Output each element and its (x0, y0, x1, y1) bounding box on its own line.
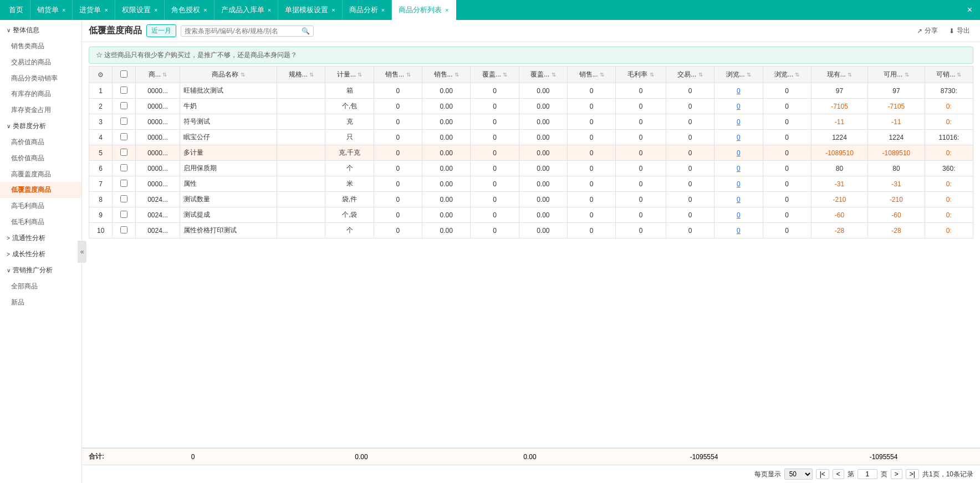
sidebar-item-low-margin[interactable]: 低毛利商品 (0, 214, 81, 230)
settings-icon[interactable]: ⚙ (98, 71, 104, 79)
sidebar-item-sales-goods[interactable]: 销售类商品 (0, 38, 81, 54)
first-page-button[interactable]: |< (816, 469, 829, 479)
column-name[interactable]: 商品名称 ⇅ (180, 67, 277, 83)
column-current-stock[interactable]: 现有... ⇅ (811, 67, 867, 83)
row-select-checkbox[interactable] (120, 211, 127, 218)
row-select-checkbox[interactable] (120, 195, 127, 202)
column-code[interactable]: 商... ⇅ (136, 67, 180, 83)
sidebar-section-marketing[interactable]: ∨ 营销推广分析 (0, 262, 81, 278)
sidebar-item-high-coverage[interactable]: 高覆盖度商品 (0, 166, 81, 182)
row-browse1[interactable]: 0 (714, 99, 763, 114)
row-checkbox[interactable] (113, 145, 136, 161)
row-select-checkbox[interactable] (120, 180, 127, 187)
prev-page-button[interactable]: < (833, 469, 844, 479)
row-select-checkbox[interactable] (120, 87, 127, 94)
row-checkbox[interactable] (113, 207, 136, 223)
row-select-checkbox[interactable] (120, 164, 127, 171)
row-browse1[interactable]: 0 (714, 207, 763, 223)
row-checkbox[interactable] (113, 83, 136, 99)
row-browse1[interactable]: 0 (714, 83, 763, 99)
nav-tab-analysis-list[interactable]: 商品分析列表 × (392, 0, 456, 20)
select-all-checkbox[interactable] (120, 70, 127, 78)
row-browse1[interactable]: 0 (714, 145, 763, 161)
sidebar-section-group-analysis[interactable]: ∨ 类群度分析 (0, 118, 81, 134)
row-sales3: 0 (568, 83, 616, 99)
share-button[interactable]: ↗ 分享 (913, 25, 941, 37)
column-sales3[interactable]: 销售... ⇅ (568, 67, 616, 83)
row-browse1[interactable]: 0 (714, 176, 763, 192)
row-checkbox[interactable] (113, 192, 136, 207)
column-gross-margin[interactable]: 毛利率 ⇅ (616, 67, 666, 83)
close-icon[interactable]: × (331, 7, 335, 13)
sidebar-item-high-value[interactable]: 高价值商品 (0, 134, 81, 150)
column-unit[interactable]: 计量... ⇅ (325, 67, 374, 83)
row-browse1[interactable]: 0 (714, 130, 763, 145)
column-sellable[interactable]: 可销... ⇅ (925, 67, 973, 83)
column-available[interactable]: 可用... ⇅ (868, 67, 925, 83)
sidebar-item-all-goods[interactable]: 全部商品 (0, 278, 81, 294)
row-checkbox[interactable] (113, 161, 136, 176)
column-sales-amt[interactable]: 销售... ⇅ (422, 67, 471, 83)
close-icon[interactable]: × (203, 7, 207, 13)
row-browse1[interactable]: 0 (714, 223, 763, 238)
row-unit: 克,千克 (325, 145, 374, 161)
close-icon[interactable]: × (104, 7, 108, 13)
sidebar-item-traded-goods[interactable]: 交易过的商品 (0, 54, 81, 70)
time-filter-button[interactable]: 近一月 (146, 24, 176, 37)
row-select-checkbox[interactable] (120, 118, 127, 125)
row-select-checkbox[interactable] (120, 102, 127, 109)
last-page-button[interactable]: >| (906, 469, 919, 479)
sidebar-item-low-value[interactable]: 低价值商品 (0, 150, 81, 166)
row-select-checkbox[interactable] (120, 226, 127, 233)
close-all-button[interactable]: × (962, 5, 978, 15)
sidebar-item-new-goods[interactable]: 新品 (0, 294, 81, 311)
row-checkbox[interactable] (113, 99, 136, 114)
nav-tab-analysis[interactable]: 商品分析 × (343, 0, 392, 20)
nav-tab-template[interactable]: 单据模板设置 × (278, 0, 342, 20)
column-settings[interactable]: ⚙ (89, 67, 113, 83)
column-sales-qty[interactable]: 销售... ⇅ (374, 67, 422, 83)
sidebar-collapse-button[interactable]: « (78, 241, 86, 263)
close-icon[interactable]: × (445, 7, 448, 13)
row-select-checkbox[interactable] (120, 133, 127, 140)
row-checkbox[interactable] (113, 176, 136, 192)
column-browse1[interactable]: 浏览... ⇅ (714, 67, 763, 83)
sidebar-item-low-coverage[interactable]: 低覆盖度商品 (0, 182, 81, 198)
next-page-button[interactable]: > (891, 469, 902, 479)
table-row: 4 0000... 眠宝公仔 只 0 0.00 0 0.00 0 0 0 0 0… (89, 130, 973, 145)
current-page-input[interactable] (858, 469, 877, 479)
nav-tab-warehouse[interactable]: 产成品入库单 × (215, 0, 278, 20)
sidebar-item-high-margin[interactable]: 高毛利商品 (0, 198, 81, 214)
nav-tab-home[interactable]: 首页 (2, 0, 30, 20)
sidebar-section-overview[interactable]: ∨ 整体信息 (0, 22, 81, 38)
row-browse1[interactable]: 0 (714, 114, 763, 130)
sidebar-item-capital[interactable]: 库存资金占用 (0, 102, 81, 118)
export-button[interactable]: ⬇ 导出 (946, 25, 973, 37)
column-browse2[interactable]: 浏览... ⇅ (763, 67, 811, 83)
search-input[interactable] (185, 27, 299, 35)
row-checkbox[interactable] (113, 130, 136, 145)
close-icon[interactable]: × (62, 7, 65, 13)
row-checkbox[interactable] (113, 114, 136, 130)
sidebar-section-liquidity[interactable]: > 流通性分析 (0, 230, 81, 246)
row-checkbox[interactable] (113, 223, 136, 238)
column-checkbox[interactable] (113, 67, 136, 83)
column-cov2[interactable]: 覆盖... ⇅ (519, 67, 567, 83)
row-browse1[interactable]: 0 (714, 161, 763, 176)
sidebar-item-category-rate[interactable]: 商品分类动销率 (0, 70, 81, 87)
nav-tab-role[interactable]: 角色授权 × (165, 0, 214, 20)
close-icon[interactable]: × (268, 7, 271, 13)
sidebar-section-growth[interactable]: > 成长性分析 (0, 246, 81, 262)
per-page-select[interactable]: 50 20 100 (784, 469, 813, 480)
sidebar-item-stock-goods[interactable]: 有库存的商品 (0, 86, 81, 102)
nav-tab-permissions[interactable]: 权限设置 × (115, 0, 165, 20)
column-cov1[interactable]: 覆盖... ⇅ (471, 67, 519, 83)
column-trans[interactable]: 交易... ⇅ (666, 67, 714, 83)
nav-tab-purchase[interactable]: 进货单 × (73, 0, 115, 20)
row-select-checkbox[interactable] (120, 149, 127, 156)
close-icon[interactable]: × (154, 7, 157, 13)
row-browse1[interactable]: 0 (714, 192, 763, 207)
nav-tab-sales[interactable]: 销货单 × (30, 0, 73, 20)
column-spec[interactable]: 规格... ⇅ (277, 67, 325, 83)
close-icon[interactable]: × (381, 7, 385, 13)
